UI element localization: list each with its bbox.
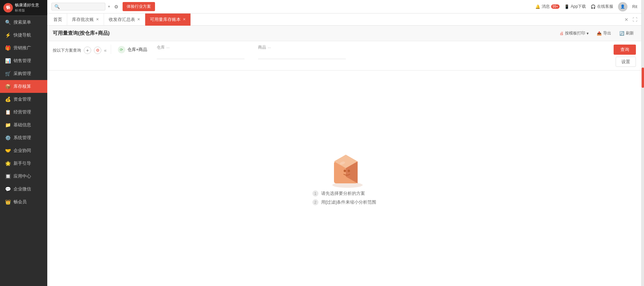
print-chevron-icon[interactable]: ▾ <box>587 31 589 36</box>
product-label: 商品 ··· <box>258 45 346 50</box>
empty-hints: 1 请先选择要分析的方案 2 用[过滤]条件来缩小分析范围 <box>312 190 376 205</box>
empty-hint-2: 2 用[过滤]条件来缩小分析范围 <box>312 199 376 205</box>
tab-close-icon[interactable]: ✕ <box>183 18 186 21</box>
sidebar-item-label: 营销推广 <box>14 45 31 51</box>
page-title: 可用量查询(按仓库+商品) <box>53 30 110 36</box>
filter-add-button[interactable]: + <box>84 47 91 54</box>
sidebar-item-label: 畅会员 <box>14 199 27 205</box>
sidebar-item-system[interactable]: ⚙️ 系统管理 <box>0 131 47 144</box>
sidebar-item-sales[interactable]: 📊 销售管理 <box>0 54 47 67</box>
topbar-chevron-icon[interactable]: ▾ <box>108 4 110 9</box>
sidebar-item-wechat[interactable]: 💬 企业微信 <box>0 183 47 196</box>
tabs-close-all-icon[interactable]: ✕ <box>623 16 630 24</box>
sidebar-item-label: 资金管理 <box>14 96 31 102</box>
topbar: 🔍 ▾ ⚙ 体验行业方案 🔔 消息 99+ 📱 App下载 🎧 在线客服 👤 <box>47 0 641 14</box>
notifications-button[interactable]: 🔔 消息 99+ <box>535 4 560 9</box>
right-scrollbar[interactable] <box>641 0 644 286</box>
tab-home[interactable]: 首页 <box>49 14 67 26</box>
tabs-bar: 首页 库存批次账 ✕ 收发存汇总表 ✕ 可用量库存账本 ✕ ✕ ⛶ <box>47 14 641 26</box>
sidebar-item-search[interactable]: 🔍 搜索菜单 <box>0 16 47 29</box>
product-input[interactable] <box>258 51 346 59</box>
print-button[interactable]: 🖨 按模板打印 ▾ <box>558 29 591 37</box>
tab-receipt-summary[interactable]: 收发存汇总表 ✕ <box>104 14 145 26</box>
sidebar-item-label: 销售管理 <box>14 58 31 64</box>
tab-batch-ledger[interactable]: 库存批次账 ✕ <box>67 14 104 26</box>
filter-label: 按以下方案查询 <box>53 48 81 53</box>
search-input[interactable] <box>61 4 102 9</box>
app-title: 畅康通好生意 <box>15 3 39 8</box>
warehouse-input[interactable] <box>157 51 244 59</box>
sidebar-item-finance[interactable]: 💰 资金管理 <box>0 93 47 106</box>
refresh-button[interactable]: 🔄 刷新 <box>617 29 636 37</box>
topbar-gear-icon[interactable]: ⚙ <box>113 3 120 11</box>
user-avatar[interactable]: 👤 <box>618 2 627 11</box>
filter-scheme-warehouse-product[interactable]: ⟳ 仓库+商品 <box>115 45 150 55</box>
topbar-right: 🔔 消息 99+ 📱 App下载 🎧 在线客服 👤 Rit <box>535 2 637 11</box>
warehouse-filter-field: 仓库 ··· <box>157 45 244 59</box>
scheme-name: 仓库+商品 <box>127 47 148 53</box>
settings-button[interactable]: 设置 <box>616 57 636 67</box>
hint-num-2: 2 <box>312 199 318 205</box>
sidebar-item-basic[interactable]: 📁 基础信息 <box>0 119 47 131</box>
empty-illustration <box>327 151 361 185</box>
member-icon: 👑 <box>5 199 11 205</box>
enterprise-icon: 🤝 <box>5 148 11 153</box>
sidebar-item-label: 系统管理 <box>14 135 31 141</box>
search-icon: 🔍 <box>54 4 60 9</box>
shortcut-icon: ⚡ <box>5 32 11 38</box>
basic-icon: 📁 <box>5 122 11 128</box>
online-service-button[interactable]: 🎧 在线客服 <box>591 4 613 9</box>
tab-available-ledger[interactable]: 可用量库存账本 ✕ <box>145 14 191 26</box>
print-label: 按模板打印 <box>565 30 585 36</box>
app-download-button[interactable]: 📱 App下载 <box>564 4 586 9</box>
sidebar-title-block: 畅康通好生意 标准版 <box>15 3 39 13</box>
tab-close-icon[interactable]: ✕ <box>96 18 99 21</box>
headset-icon: 🎧 <box>591 4 596 9</box>
filter-collapse-button[interactable]: « <box>104 48 107 53</box>
main-content: 🔍 ▾ ⚙ 体验行业方案 🔔 消息 99+ 📱 App下载 🎧 在线客服 👤 <box>47 0 641 286</box>
scheme-icon: ⟳ <box>118 46 125 53</box>
username-label: Rit <box>632 4 637 9</box>
tab-close-icon[interactable]: ✕ <box>137 18 140 21</box>
sidebar-header: 畅 畅康通好生意 标准版 <box>0 0 47 16</box>
sidebar-item-newbie[interactable]: 🌟 新手引导 <box>0 157 47 170</box>
filter-scheme-list: ⟳ 仓库+商品 <box>115 45 150 55</box>
export-button[interactable]: 📤 导出 <box>595 29 613 37</box>
sidebar-item-purchase[interactable]: 🛒 采购管理 <box>0 67 47 80</box>
scrollbar-thumb <box>642 68 644 88</box>
filter-actions: 查询 设置 <box>614 45 636 67</box>
tabs-actions: ✕ ⛶ <box>620 16 641 24</box>
inventory-icon: 📦 <box>5 84 11 89</box>
sidebar-item-apps[interactable]: 🔲 应用中心 <box>0 170 47 183</box>
sidebar-item-marketing[interactable]: 🎁 营销推广 <box>0 42 47 54</box>
sidebar-item-inventory[interactable]: 📦 库存核算 <box>0 80 47 93</box>
sidebar-item-label: 经营管理 <box>14 109 31 115</box>
sidebar-item-shortcut[interactable]: ⚡ 快捷导航 <box>0 29 47 42</box>
sidebar-item-enterprise[interactable]: 🤝 企业协同 <box>0 144 47 157</box>
tabs-expand-icon[interactable]: ⛶ <box>631 16 639 24</box>
filter-settings-button[interactable]: ⚙ <box>94 47 101 54</box>
sales-icon: 📊 <box>5 58 11 63</box>
sidebar-item-label: 企业协同 <box>14 148 31 154</box>
sidebar-scroll: 🔍 搜索菜单 ⚡ 快捷导航 🎁 营销推广 📊 销售管理 🛒 采购管理 📦 库存核… <box>0 16 47 286</box>
refresh-icon: 🔄 <box>619 31 624 36</box>
sidebar-item-member[interactable]: 👑 畅会员 <box>0 196 47 208</box>
purchase-icon: 🛒 <box>5 71 11 76</box>
phone-icon: 📱 <box>564 4 569 9</box>
sidebar-item-operations[interactable]: 📋 经营管理 <box>0 106 47 119</box>
sidebar-item-label: 应用中心 <box>14 173 31 179</box>
empty-state: 1 请先选择要分析的方案 2 用[过滤]条件来缩小分析范围 <box>312 151 376 205</box>
empty-svg <box>327 151 368 188</box>
product-more-btn[interactable]: ··· <box>267 45 271 50</box>
bell-icon: 🔔 <box>535 4 540 9</box>
sidebar-item-label: 搜索菜单 <box>14 19 31 25</box>
svg-point-4 <box>344 170 346 172</box>
topbar-search-box[interactable]: 🔍 <box>51 3 105 10</box>
query-button[interactable]: 查询 <box>614 45 636 55</box>
service-label: 在线客服 <box>597 4 613 9</box>
warehouse-more-btn[interactable]: ··· <box>166 45 170 50</box>
hint-text-1: 请先选择要分析的方案 <box>321 190 365 197</box>
industry-solution-button[interactable]: 体验行业方案 <box>123 2 155 11</box>
refresh-label: 刷新 <box>626 30 634 36</box>
marketing-icon: 🎁 <box>5 45 11 51</box>
